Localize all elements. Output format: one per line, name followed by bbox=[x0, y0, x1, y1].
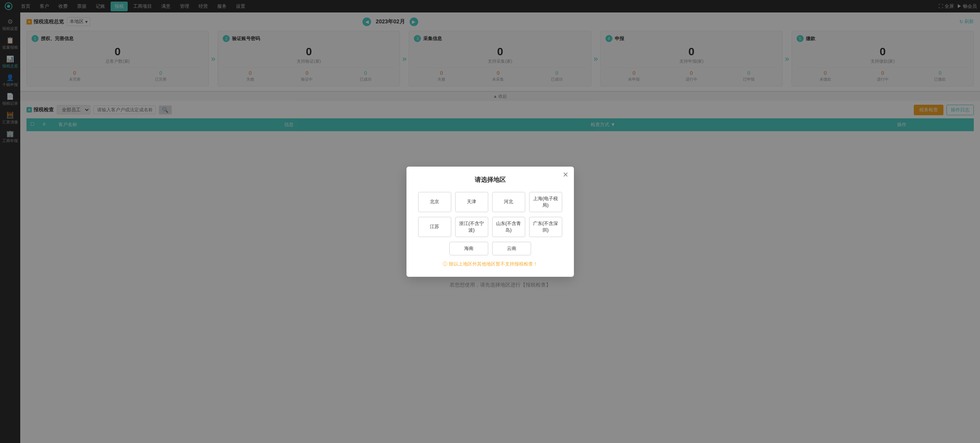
region-hebei[interactable]: 河北 bbox=[492, 192, 525, 212]
region-grid-row1: 北京 天津 河北 上海(电子税局) bbox=[418, 192, 562, 212]
region-shandong[interactable]: 山东(不含青岛) bbox=[492, 217, 525, 237]
region-beijing[interactable]: 北京 bbox=[418, 192, 451, 212]
region-grid-row2: 江苏 浙江(不含宁波) 山东(不含青岛) 广东(不含深圳) bbox=[418, 217, 562, 237]
warning-icon: ⓘ bbox=[443, 261, 447, 267]
warning-text: 除以上地区外其他地区暂不支持报税检查！ bbox=[449, 261, 538, 267]
region-tianjin[interactable]: 天津 bbox=[455, 192, 488, 212]
region-zhejiang[interactable]: 浙江(不含宁波) bbox=[455, 217, 488, 237]
region-yunnan[interactable]: 云南 bbox=[492, 242, 531, 255]
region-hainan[interactable]: 海南 bbox=[449, 242, 488, 255]
modal-title: 请选择地区 bbox=[418, 176, 562, 184]
modal-close-button[interactable]: ✕ bbox=[563, 171, 568, 178]
region-guangdong[interactable]: 广东(不含深圳) bbox=[529, 217, 562, 237]
region-jiangsu[interactable]: 江苏 bbox=[418, 217, 451, 237]
region-grid-row3: 海南 云南 bbox=[418, 242, 562, 255]
region-shanghai[interactable]: 上海(电子税局) bbox=[529, 192, 562, 212]
modal-warning: ⓘ 除以上地区外其他地区暂不支持报税检查！ bbox=[418, 261, 562, 267]
region-select-modal: ✕ 请选择地区 北京 天津 河北 上海(电子税局) 江苏 浙江(不含宁波) 山东… bbox=[406, 167, 574, 277]
modal-overlay[interactable]: ✕ 请选择地区 北京 天津 河北 上海(电子税局) 江苏 浙江(不含宁波) 山东… bbox=[0, 0, 980, 443]
